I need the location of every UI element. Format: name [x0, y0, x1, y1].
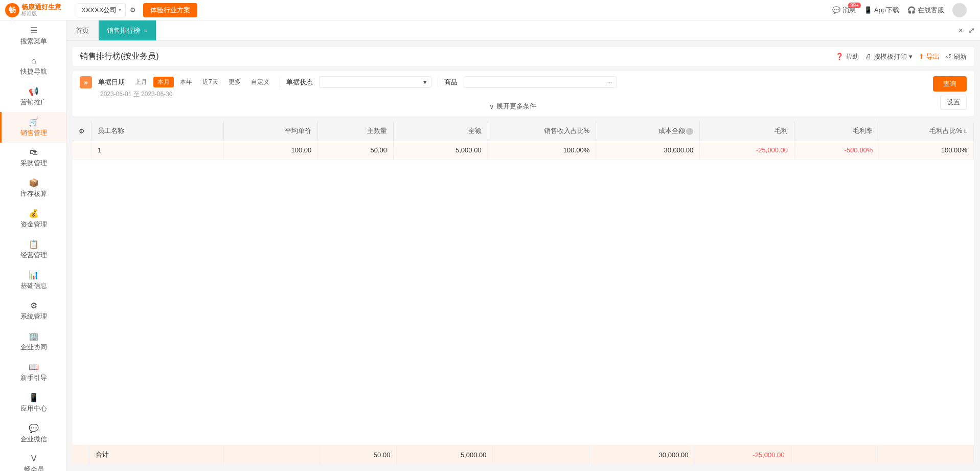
status-label: 单据状态	[286, 78, 313, 87]
company-name: XXXXX公司	[81, 6, 117, 15]
table-scroll[interactable]: ⚙ 员工名称 平均单价 主数量 全额 销售收入占比% 成本全额i 毛利	[73, 121, 974, 445]
col-header-settings[interactable]: ⚙	[73, 121, 92, 141]
sidebar-label-inventory: 库存核算	[20, 189, 47, 198]
footer-profit-pct	[877, 445, 973, 465]
company-selector[interactable]: XXXXX公司 ▾	[77, 3, 126, 17]
tab-home-label: 首页	[76, 26, 89, 35]
sidebar-item-purchase[interactable]: 🛍 采购管理	[0, 143, 66, 173]
sidebar-item-quick-nav[interactable]: ⌂ 快捷导航	[0, 51, 66, 81]
row-cost: 30,000.00	[596, 141, 700, 160]
marketing-icon: 📢	[29, 86, 39, 96]
tab-home[interactable]: 首页	[66, 20, 99, 40]
sidebar-item-apps[interactable]: 📱 应用中心	[0, 388, 66, 418]
refresh-label: 刷新	[953, 52, 967, 61]
guide-icon: 📖	[29, 362, 39, 372]
print-button[interactable]: 🖨 按模板打印 ▾	[865, 52, 913, 61]
sidebar-item-system[interactable]: ⚙ 系统管理	[0, 296, 66, 326]
cost-info-icon[interactable]: i	[686, 128, 693, 135]
table-header-row: ⚙ 员工名称 平均单价 主数量 全额 销售收入占比% 成本全额i 毛利	[73, 121, 974, 141]
row-profit: -25,000.00	[700, 141, 794, 160]
logo-area: 畅 畅康通好生意 标准版	[5, 3, 72, 17]
purchase-icon: 🛍	[30, 148, 38, 157]
system-icon: ⚙	[30, 301, 37, 310]
app-download-icon: 📱	[864, 6, 872, 14]
row-profit-rate: -500.00%	[794, 141, 879, 160]
filter-divider-1	[280, 77, 280, 87]
row-amount: 5,000.00	[393, 141, 488, 160]
online-service-label: 在线客服	[918, 6, 944, 15]
vip-icon: V	[31, 454, 37, 463]
refresh-icon: ↺	[946, 53, 951, 60]
date-tab-this-year[interactable]: 本年	[176, 77, 196, 87]
footer-label: 合计	[89, 445, 223, 465]
expand-icon: ∨	[489, 103, 494, 110]
date-tab-this-month[interactable]: 本月	[153, 77, 174, 87]
page-title: 销售排行榜(按业务员)	[80, 51, 159, 62]
sidebar-item-marketing[interactable]: 📢 营销推广	[0, 81, 66, 112]
sidebar-item-operations[interactable]: 📋 经营管理	[0, 234, 66, 265]
col-header-profit-pct[interactable]: 毛利占比%⇅	[879, 121, 974, 141]
data-table: ⚙ 员工名称 平均单价 主数量 全额 销售收入占比% 成本全额i 毛利	[73, 121, 974, 160]
main-layout: ☰ 搜索菜单 ⌂ 快捷导航 📢 营销推广 🛒 销售管理 🛍 采购管理 📦 库存核…	[0, 20, 980, 471]
message-button[interactable]: 💬 消息 99+	[832, 6, 856, 15]
sidebar-item-inventory[interactable]: 📦 库存核算	[0, 173, 66, 204]
sidebar-item-enterprise[interactable]: 🏢 企业协同	[0, 326, 66, 357]
goods-more-icon[interactable]: ···	[607, 79, 612, 86]
sidebar-label-enterprise: 企业协同	[20, 343, 47, 352]
logo-icon: 畅	[5, 3, 19, 17]
sidebar-item-finance[interactable]: 💰 资金管理	[0, 204, 66, 234]
app-download-label: App下载	[874, 6, 899, 15]
sidebar-label-basic-info: 基础信息	[20, 281, 47, 290]
settings-panel-button[interactable]: 设置	[940, 95, 967, 110]
query-button[interactable]: 查询	[933, 76, 967, 92]
help-button[interactable]: ❓ 帮助	[835, 52, 859, 61]
col-header-name: 员工名称	[92, 121, 224, 141]
sidebar-item-search-order[interactable]: ☰ 搜索菜单	[0, 20, 66, 51]
date-tab-custom[interactable]: 自定义	[247, 77, 274, 87]
trial-button[interactable]: 体验行业方案	[143, 3, 197, 17]
col-header-amount: 全额	[393, 121, 488, 141]
message-icon: 💬	[832, 6, 840, 14]
filter-divider-2	[438, 77, 438, 87]
app-download-button[interactable]: 📱 App下载	[864, 6, 899, 15]
sidebar-item-basic-info[interactable]: 📊 基础信息	[0, 265, 66, 296]
date-tab-7days[interactable]: 近7天	[198, 77, 222, 87]
message-badge: 99+	[848, 3, 861, 8]
export-button[interactable]: ⬆ 导出	[919, 52, 940, 61]
footer-avg	[223, 445, 320, 465]
sort-icon[interactable]: ⇅	[963, 128, 967, 134]
goods-label: 商品	[444, 78, 458, 87]
avatar[interactable]	[952, 3, 967, 17]
page-header: 销售排行榜(按业务员) ❓ 帮助 🖨 按模板打印 ▾ ⬆ 导出	[73, 47, 974, 66]
sidebar-item-sales[interactable]: 🛒 销售管理	[0, 112, 66, 143]
expand-more-button[interactable]: ∨ 展开更多条件	[98, 99, 927, 111]
export-label: 导出	[926, 52, 940, 61]
close-tab-icon[interactable]: ×	[144, 27, 148, 34]
date-range-display: 2023-06-01 至 2023-06-30	[100, 91, 172, 98]
tab-sales-ranking-label: 销售排行榜	[107, 26, 140, 35]
row-avg-price: 100.00	[223, 141, 318, 160]
close-all-tabs-icon[interactable]: ×	[959, 26, 963, 35]
sidebar-label-operations: 经营管理	[20, 251, 47, 260]
settings-icon[interactable]: ⚙	[126, 3, 140, 17]
goods-input-field[interactable]	[468, 78, 605, 86]
maximize-icon[interactable]: ⤢	[968, 26, 975, 35]
expand-label: 展开更多条件	[496, 102, 536, 111]
online-service-button[interactable]: 🎧 在线客服	[907, 6, 944, 15]
date-tab-more[interactable]: 更多	[224, 77, 245, 87]
logo: 畅 畅康通好生意 标准版	[5, 3, 61, 17]
inventory-icon: 📦	[29, 178, 39, 188]
sidebar-item-guide[interactable]: 📖 新手引导	[0, 357, 66, 388]
collapse-filter-button[interactable]: »	[80, 76, 92, 88]
footer-amount: 5,000.00	[397, 445, 493, 465]
date-tab-last-month[interactable]: 上月	[131, 77, 151, 87]
page-content: 销售排行榜(按业务员) ❓ 帮助 🖨 按模板打印 ▾ ⬆ 导出	[66, 41, 980, 471]
footer-qty: 50.00	[320, 445, 396, 465]
sidebar-item-wechat[interactable]: 💬 企业微信	[0, 418, 66, 449]
refresh-button[interactable]: ↺ 刷新	[946, 52, 967, 61]
sidebar-item-vip[interactable]: V 畅会员	[0, 449, 66, 471]
status-select[interactable]: ▾	[319, 76, 431, 88]
sidebar: ☰ 搜索菜单 ⌂ 快捷导航 📢 营销推广 🛒 销售管理 🛍 采购管理 📦 库存核…	[0, 20, 66, 471]
footer-settings	[73, 445, 89, 465]
tab-sales-ranking[interactable]: 销售排行榜 ×	[99, 20, 156, 40]
